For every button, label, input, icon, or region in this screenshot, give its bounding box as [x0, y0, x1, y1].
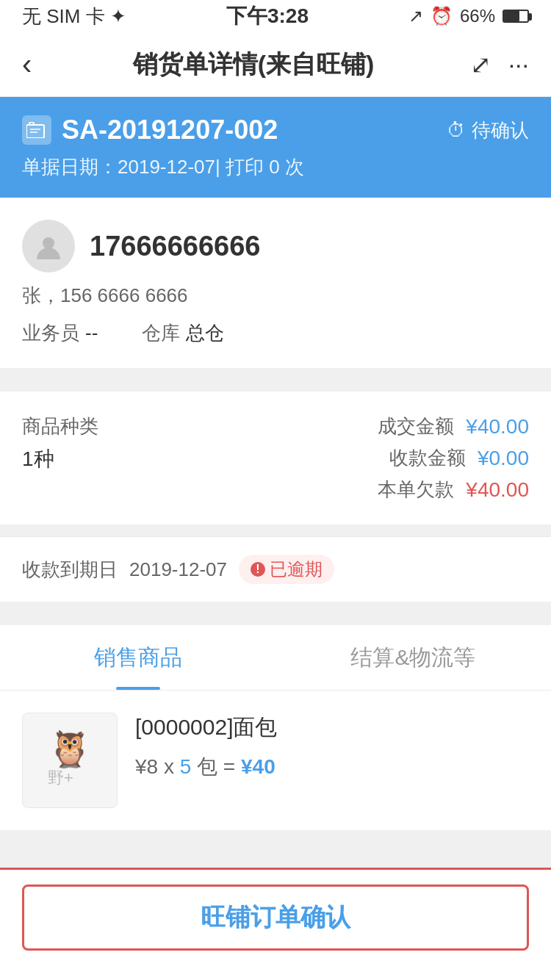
- share-icon[interactable]: ⤢: [470, 50, 491, 79]
- customer-meta: 业务员 -- 仓库 总仓: [22, 320, 529, 346]
- battery-icon: [503, 10, 529, 23]
- battery-status: 66%: [460, 6, 495, 26]
- page-title: 销货单详情(来自旺铺): [66, 48, 441, 82]
- tab-underline: [116, 687, 160, 690]
- summary-left: 商品种类 1种: [22, 414, 98, 473]
- transaction-label: 成交金额: [378, 414, 454, 439]
- status-bar: 无 SIM 卡 ✦ 下午3:28 ↗ ⏰ 66%: [0, 0, 551, 32]
- due-date-card: 收款到期日 2019-12-07 ! 已逾期: [0, 537, 551, 602]
- divider-1: [0, 380, 551, 392]
- price-equals: =: [223, 755, 241, 778]
- customer-phone: 17666666666: [90, 231, 260, 262]
- product-type-label: 商品种类: [22, 414, 98, 439]
- status-time: 下午3:28: [226, 2, 309, 30]
- warehouse-label: 仓库: [142, 320, 180, 346]
- transaction-value: ¥40.00: [466, 415, 529, 439]
- order-header-card: SA-20191207-002 ⏱ 待确认 单据日期：2019-12-07| 打…: [0, 97, 551, 198]
- bottom-bar: 旺铺订单确认: [0, 868, 551, 980]
- product-image: 🦉 野+: [22, 713, 118, 808]
- alarm-icon: ⏰: [431, 6, 453, 26]
- overdue-badge: ! 已逾期: [239, 555, 334, 584]
- salesperson-value: --: [85, 322, 98, 345]
- summary-right: 成交金额 ¥40.00 收款金额 ¥0.00 本单欠款 ¥40.00: [378, 414, 529, 502]
- sim-status: 无 SIM 卡 ✦: [22, 4, 126, 29]
- received-label: 收款金额: [389, 445, 466, 471]
- svg-point-1: [43, 237, 54, 249]
- svg-rect-0: [26, 125, 44, 138]
- due-date-value: 2019-12-07: [129, 558, 227, 581]
- customer-avatar: [22, 220, 75, 273]
- order-status: ⏱ 待确认: [447, 118, 529, 143]
- tab-settlement-logistics[interactable]: 结算&物流等: [276, 625, 551, 690]
- product-quantity: 5: [180, 755, 192, 778]
- back-button[interactable]: ‹: [22, 48, 66, 81]
- price-per-unit: ¥8: [135, 755, 158, 778]
- status-right: ↗ ⏰ 66%: [408, 6, 529, 26]
- order-id: SA-20191207-002: [22, 115, 278, 145]
- nav-bar: ‹ 销货单详情(来自旺铺) ⤢ ···: [0, 32, 551, 97]
- owed-row: 本单欠款 ¥40.00: [378, 477, 529, 502]
- more-icon[interactable]: ···: [508, 50, 529, 79]
- due-label: 收款到期日: [22, 557, 118, 583]
- product-placeholder: 🦉 野+: [48, 732, 92, 789]
- owed-value: ¥40.00: [466, 478, 529, 502]
- overdue-text: 已逾期: [270, 558, 323, 581]
- received-row: 收款金额 ¥0.00: [389, 445, 529, 471]
- price-unit: 包: [197, 755, 217, 778]
- confirm-order-button[interactable]: 旺铺订单确认: [22, 884, 529, 951]
- product-total: ¥40: [241, 755, 276, 778]
- product-type-value: 1种: [22, 445, 98, 473]
- order-icon: [22, 115, 51, 145]
- product-info: [0000002]面包 ¥8 x 5 包 = ¥40: [135, 713, 529, 781]
- warehouse-info: 仓库 总仓: [142, 320, 224, 346]
- clock-icon: ⏱: [447, 119, 466, 142]
- owed-label: 本单欠款: [378, 477, 454, 502]
- tabs: 销售商品 结算&物流等: [0, 625, 551, 690]
- price-times: x: [164, 755, 180, 778]
- customer-card: 17666666666 张，156 6666 6666 业务员 -- 仓库 总仓: [0, 198, 551, 368]
- nav-right-actions: ⤢ ···: [441, 50, 529, 79]
- overdue-icon: !: [251, 562, 265, 577]
- customer-name: 张，156 6666 6666: [22, 283, 529, 309]
- salesperson-info: 业务员 --: [22, 320, 98, 346]
- warehouse-value: 总仓: [186, 320, 224, 346]
- divider-3: [0, 613, 551, 625]
- tabs-container: 销售商品 结算&物流等: [0, 625, 551, 691]
- product-name: [0000002]面包: [135, 713, 529, 743]
- product-card: 🦉 野+ [0000002]面包 ¥8 x 5 包 = ¥40: [0, 691, 551, 830]
- received-value: ¥0.00: [478, 447, 529, 470]
- summary-card: 商品种类 1种 成交金额 ¥40.00 收款金额 ¥0.00 本单欠款 ¥40.…: [0, 392, 551, 525]
- location-icon: ↗: [408, 6, 423, 26]
- product-price: ¥8 x 5 包 = ¥40: [135, 753, 529, 781]
- salesperson-label: 业务员: [22, 320, 79, 346]
- transaction-row: 成交金额 ¥40.00: [378, 414, 529, 439]
- status-left: 无 SIM 卡 ✦: [22, 4, 126, 29]
- order-date-info: 单据日期：2019-12-07| 打印 0 次: [22, 154, 529, 180]
- tab-sales-products[interactable]: 销售商品: [0, 625, 276, 690]
